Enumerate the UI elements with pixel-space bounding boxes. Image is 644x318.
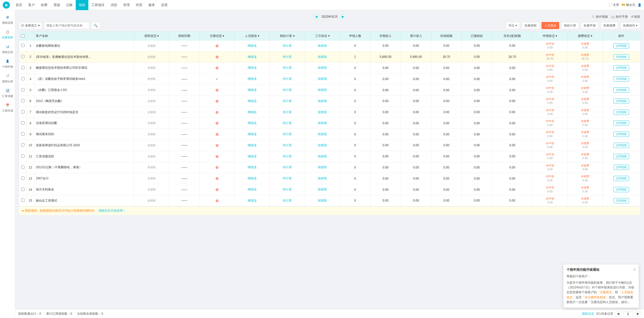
td-checkbox[interactable]: [19, 51, 27, 62]
row-checkbox[interactable]: [21, 188, 24, 191]
row-checkbox[interactable]: [21, 143, 24, 146]
td-triparty[interactable]: 续签取: [305, 107, 340, 118]
sidebar-item-personal-tax[interactable]: 👤 个税申报: [0, 56, 15, 71]
td-action[interactable]: 立即授权: [603, 184, 640, 195]
td-checkbox[interactable]: [19, 95, 27, 107]
nav-item-service[interactable]: 服务: [145, 0, 158, 10]
operation-video-button[interactable]: ▷ 操作视频: [592, 15, 608, 19]
td-triparty[interactable]: 续签取: [305, 118, 340, 129]
batch-action-button[interactable]: 批量操作 ▾: [620, 22, 640, 29]
td-triparty[interactable]: 续签取: [305, 151, 340, 162]
export-button[interactable]: 导出 ▾: [506, 22, 520, 29]
td-triparty[interactable]: 续签取: [305, 40, 340, 52]
employee-filter[interactable]: ☑ 全部员工 ▾: [19, 22, 42, 29]
td-checkbox[interactable]: [19, 140, 27, 151]
fullscreen-button[interactable]: ⛶ 全屏: [609, 3, 619, 7]
refresh-button[interactable]: ↺ 刷新: [631, 15, 640, 19]
td-person-report[interactable]: 继报送: [235, 95, 270, 107]
td-tax-calc[interactable]: 待计算: [270, 95, 305, 107]
batch-fee-button[interactable]: 批量缴费: [601, 22, 618, 29]
td-triparty[interactable]: 续签取: [305, 173, 340, 184]
td-person-report[interactable]: 继报送: [235, 107, 270, 118]
td-action[interactable]: 立即授权: [603, 140, 640, 151]
td-checkbox[interactable]: [19, 129, 27, 140]
nav-item-invoice[interactable]: 票据: [50, 0, 63, 10]
nav-item-message[interactable]: 消息: [108, 0, 120, 10]
row-checkbox[interactable]: [21, 154, 24, 158]
td-tax-calc[interactable]: 待计算: [270, 51, 305, 62]
sidebar-item-tax-settings[interactable]: ⚙️ 报税设置: [0, 12, 15, 27]
prev-month-button[interactable]: ◀: [313, 14, 319, 19]
action-button[interactable]: 立即授权: [613, 54, 629, 60]
nav-item-operation[interactable]: 经营: [133, 0, 145, 10]
th-checkbox[interactable]: [19, 32, 27, 40]
td-action[interactable]: 立即授权: [603, 151, 640, 162]
td-tax-calc[interactable]: 待计算: [270, 184, 305, 195]
td-tax-calc[interactable]: 待计算: [270, 151, 305, 162]
td-tax-calc[interactable]: 待计算: [270, 85, 305, 96]
page-input[interactable]: [623, 311, 633, 316]
td-action[interactable]: 立即授权: [603, 173, 640, 184]
td-action[interactable]: 立即授权: [603, 118, 640, 129]
sidebar-item-tax-record[interactable]: 📝 报税记录: [0, 71, 15, 85]
prev-page-button[interactable]: ◀: [615, 311, 621, 316]
td-action[interactable]: 立即授权: [603, 107, 640, 118]
action-button[interactable]: 立即授权: [613, 132, 629, 137]
member-button[interactable]: 🎫 畅会员: [622, 3, 635, 7]
sidebar-item-batch-tax[interactable]: 📋 批量报税: [0, 27, 15, 41]
action-button[interactable]: 立即授权: [613, 120, 629, 126]
td-action[interactable]: 立即授权: [603, 162, 640, 173]
td-checkbox[interactable]: [19, 162, 27, 173]
person-report-button[interactable]: 人员报送: [542, 22, 559, 29]
td-triparty[interactable]: 续签取: [305, 162, 340, 173]
sidebar-item-annual-settlement[interactable]: 🔄 汇算清缴: [0, 85, 15, 100]
row-checkbox[interactable]: [21, 199, 24, 202]
td-checkbox[interactable]: [19, 195, 27, 206]
row-checkbox[interactable]: [21, 77, 24, 80]
footer-warning-link[interactable]: 请购买后尽快使用！: [98, 209, 126, 213]
td-triparty[interactable]: 续签取: [305, 74, 340, 85]
td-person-report[interactable]: 继报送: [235, 40, 270, 52]
row-checkbox[interactable]: [21, 110, 24, 113]
row-checkbox[interactable]: [21, 55, 24, 58]
nav-item-manage[interactable]: 管理: [120, 0, 133, 10]
action-button[interactable]: 立即授权: [613, 176, 629, 181]
action-button[interactable]: 立即授权: [613, 99, 629, 104]
batch-auth-button[interactable]: 批量授权: [522, 22, 539, 29]
td-action[interactable]: 立即授权: [603, 95, 640, 107]
td-action[interactable]: 立即授权: [603, 195, 640, 206]
td-checkbox[interactable]: [19, 40, 27, 52]
td-action[interactable]: 立即授权: [603, 51, 640, 62]
nav-item-settings[interactable]: 设置: [158, 0, 171, 10]
td-checkbox[interactable]: [19, 184, 27, 195]
td-action[interactable]: 立即授权: [603, 40, 640, 52]
td-action[interactable]: 立即授权: [603, 85, 640, 96]
td-checkbox[interactable]: [19, 107, 27, 118]
td-tax-calc[interactable]: 待计算: [270, 195, 305, 206]
action-button[interactable]: 立即授权: [613, 198, 629, 203]
row-checkbox[interactable]: [21, 165, 24, 169]
next-month-button[interactable]: ▶: [340, 14, 346, 19]
td-person-report[interactable]: 继报送: [235, 74, 270, 85]
td-checkbox[interactable]: [19, 62, 27, 74]
nav-item-fee[interactable]: 收费: [38, 0, 50, 10]
td-triparty[interactable]: 续签取: [305, 62, 340, 74]
popup-close-button[interactable]: ×: [633, 267, 636, 272]
td-checkbox[interactable]: [19, 151, 27, 162]
row-checkbox[interactable]: [21, 88, 24, 91]
td-action[interactable]: 立即授权: [603, 74, 640, 85]
td-triparty[interactable]: 续签取: [305, 85, 340, 96]
action-button[interactable]: 立即授权: [613, 76, 629, 82]
tax-calc-button[interactable]: 税款计算: [561, 22, 579, 29]
td-triparty[interactable]: 续签取: [305, 184, 340, 195]
td-person-report[interactable]: 继报送: [235, 162, 270, 173]
td-tax-calc[interactable]: 待计算: [270, 173, 305, 184]
action-button[interactable]: 立即授权: [613, 154, 629, 159]
operation-manual-button[interactable]: 📖 操作手册: [611, 15, 628, 19]
next-page-button[interactable]: ▶: [635, 311, 641, 316]
td-person-report[interactable]: 继报送: [235, 195, 270, 206]
td-tax-calc[interactable]: 待计算: [270, 140, 305, 151]
td-triparty[interactable]: 续签取: [305, 195, 340, 206]
action-button[interactable]: 立即授权: [613, 65, 629, 70]
action-button[interactable]: 立即授权: [613, 143, 629, 148]
